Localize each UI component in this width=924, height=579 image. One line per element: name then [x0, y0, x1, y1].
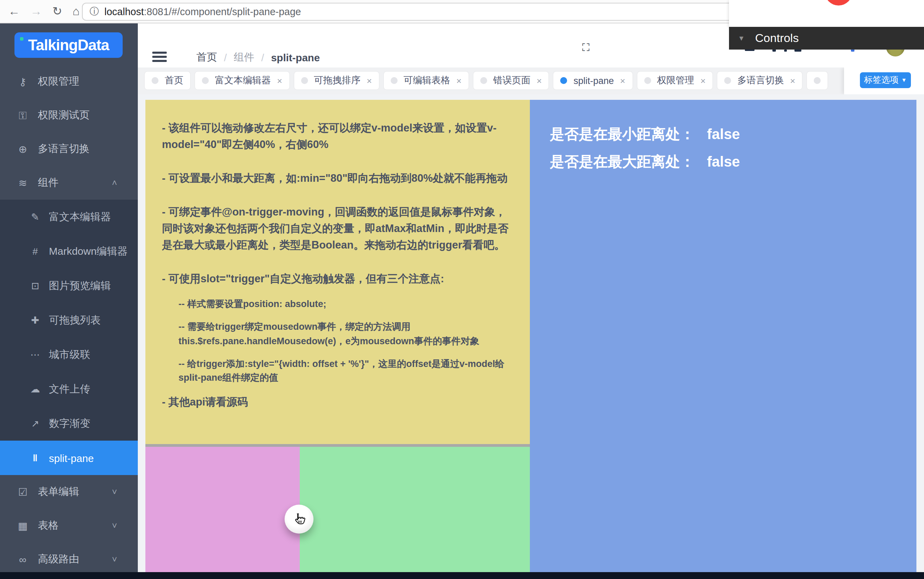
doc-note: -- 需要给trigger绑定mousedown事件，绑定的方法调用this.$…	[179, 321, 510, 348]
sidebar-item-label: 图片预览编辑	[49, 279, 111, 292]
cloud-upload-icon: ☁	[29, 383, 41, 394]
sidebar-item-label: 数字渐变	[49, 417, 90, 430]
breadcrumb: 首页 / 组件 / split-pane	[196, 51, 320, 64]
url-host: localhost	[104, 6, 144, 17]
split-drag-trigger[interactable]	[285, 505, 313, 533]
window-bottom-edge	[0, 572, 924, 579]
tab-editable-table[interactable]: 可编辑表格 ×	[384, 72, 468, 90]
sidebar-item-label: 富文本编辑器	[49, 210, 111, 223]
sidebar-item-advanced-router[interactable]: ∞ 高级路由 ˅	[0, 543, 138, 576]
back-button[interactable]: ←	[8, 5, 20, 18]
chevron-down-icon: ˅	[112, 554, 117, 564]
home-button[interactable]: ⌂	[73, 5, 80, 18]
sidebar-item-file-upload[interactable]: ☁ 文件上传	[0, 372, 138, 406]
tab-rich-text-editor[interactable]: 富文本编辑器 ×	[195, 72, 289, 90]
logo[interactable]: TalkingData	[15, 32, 123, 58]
tab-draggable-sort[interactable]: 可拖拽排序 ×	[294, 72, 379, 90]
sidebar-item-permission-test[interactable]: ⚿ 权限测试页	[0, 98, 138, 132]
sidebar-item-language-switch[interactable]: ⊕ 多语言切换	[0, 132, 138, 166]
tab-bar: 首页 富文本编辑器 × 可拖拽排序 × 可编辑表格 × 错误页面 ×	[138, 67, 924, 94]
forward-button[interactable]: →	[30, 5, 42, 18]
globe-icon: ⊕	[16, 143, 30, 155]
sidebar-item-label: 高级路由	[38, 553, 79, 566]
tag-options-panel: 标签选项 ▼	[844, 67, 924, 94]
tab-close-icon[interactable]: ×	[537, 75, 542, 86]
sidebar-item-split-pane[interactable]: ‖ split-pane	[0, 441, 138, 475]
tab-close-icon[interactable]: ×	[790, 75, 795, 86]
sidebar-item-label: 多语言切换	[38, 142, 90, 155]
status-line-min: 是否是在最小距离处：false	[550, 121, 916, 148]
inner-right-pane	[300, 447, 530, 576]
doc-note: -- 样式需要设置position: absolute;	[179, 298, 510, 312]
tab-language-switch[interactable]: 多语言切换 ×	[717, 72, 802, 90]
breadcrumb-separator: /	[261, 52, 264, 63]
tab-label: 可编辑表格	[404, 74, 450, 87]
tab-split-pane[interactable]: split-pane ×	[554, 72, 632, 90]
chevron-down-icon: ˅	[112, 487, 117, 497]
sidebar-item-number-gradient[interactable]: ↗ 数字渐变	[0, 406, 138, 441]
controls-overlay-body	[729, 0, 924, 27]
hash-icon: #	[29, 246, 41, 257]
sidebar-item-markdown-editor[interactable]: # Markdown编辑器	[0, 234, 138, 268]
tab-dot-icon	[152, 77, 159, 84]
tab-label: 错误页面	[493, 74, 530, 87]
tab-dot-icon	[814, 77, 821, 84]
tab-dot-icon	[391, 77, 397, 84]
fullscreen-icon[interactable]: ⛶	[582, 41, 589, 54]
tag-options-button[interactable]: 标签选项 ▼	[860, 72, 911, 88]
url-path: :8081/#/component/split-pane-page	[144, 6, 301, 17]
sidebar: TalkingData ⚷ 权限管理 ⚿ 权限测试页 ⊕ 多语言切换 ≋ 组件 …	[0, 23, 138, 579]
sidebar-collapse-button[interactable]	[152, 52, 167, 64]
sidebar-item-table[interactable]: ▦ 表格 ˅	[0, 509, 138, 543]
layers-icon: ≋	[16, 177, 30, 189]
tab-home[interactable]: 首页	[145, 72, 190, 90]
sidebar-item-form-edit[interactable]: ☑ 表单编辑 ˅	[0, 475, 138, 509]
status-value: false	[707, 154, 740, 169]
tab-close-icon[interactable]: ×	[366, 75, 372, 86]
edit-icon: ✎	[29, 211, 41, 222]
tab-dot-icon	[301, 77, 308, 84]
chevron-down-icon: ˅	[112, 520, 117, 531]
sidebar-item-label: 城市级联	[49, 348, 90, 361]
logo-text: TalkingData	[28, 36, 109, 54]
sidebar-item-image-preview-edit[interactable]: ⊡ 图片预览编辑	[0, 268, 138, 303]
sidebar-item-rich-text-editor[interactable]: ✎ 富文本编辑器	[0, 200, 138, 234]
table-icon: ▦	[16, 519, 30, 532]
sidebar-item-label: 表格	[38, 519, 59, 532]
key-icon: ⚷	[16, 75, 30, 88]
sidebar-item-label: Markdown编辑器	[49, 245, 128, 258]
infinity-icon: ∞	[16, 553, 30, 565]
doc-note: -- 给trigger添加:style="{width: offset + '%…	[179, 357, 510, 385]
tag-options-label: 标签选项	[864, 74, 898, 86]
status-line-max: 是否是在最大距离处：false	[550, 148, 916, 175]
tab-partial[interactable]	[807, 72, 827, 90]
sidebar-item-permission-management[interactable]: ⚷ 权限管理	[0, 65, 138, 98]
tab-error-page[interactable]: 错误页面 ×	[473, 72, 549, 90]
browser-window: ← → ↻ ⌂ ⓘ localhost:8081/#/component/spl…	[0, 0, 924, 579]
sidebar-item-label: 权限测试页	[38, 109, 90, 122]
tab-close-icon[interactable]: ×	[277, 75, 282, 86]
breadcrumb-home[interactable]: 首页	[196, 51, 217, 64]
tab-dot-icon	[644, 77, 651, 84]
sidebar-item-components[interactable]: ≋ 组件 ˄	[0, 166, 138, 200]
horizontal-split-divider[interactable]	[145, 444, 530, 447]
address-bar[interactable]: ⓘ localhost:8081/#/component/split-pane-…	[82, 3, 799, 21]
tab-label: 多语言切换	[737, 74, 784, 87]
caret-down-icon: ▼	[738, 34, 745, 42]
tab-close-icon[interactable]: ×	[701, 75, 706, 86]
sidebar-item-city-cascade[interactable]: ⋯ 城市级联	[0, 337, 138, 372]
sidebar-item-label: 可拖拽列表	[49, 314, 100, 327]
refresh-button[interactable]: ↻	[53, 4, 62, 19]
site-info-icon[interactable]: ⓘ	[90, 5, 99, 18]
tab-close-icon[interactable]: ×	[620, 75, 625, 86]
breadcrumb-components[interactable]: 组件	[233, 51, 254, 64]
move-icon: ✚	[29, 315, 41, 325]
tab-dot-icon	[480, 77, 487, 84]
doc-pane: - 该组件可以拖动修改左右尺寸，还可以绑定v-model来设置，如设置v-mod…	[145, 100, 530, 444]
controls-header[interactable]: ▼ Controls	[729, 27, 924, 49]
status-lines: 是否是在最小距离处：false 是否是在最大距离处：false	[530, 100, 916, 175]
red-circle-icon	[825, 0, 852, 5]
tab-close-icon[interactable]: ×	[456, 75, 461, 86]
sidebar-item-draggable-list[interactable]: ✚ 可拖拽列表	[0, 303, 138, 337]
tab-permission-management[interactable]: 权限管理 ×	[637, 72, 712, 90]
